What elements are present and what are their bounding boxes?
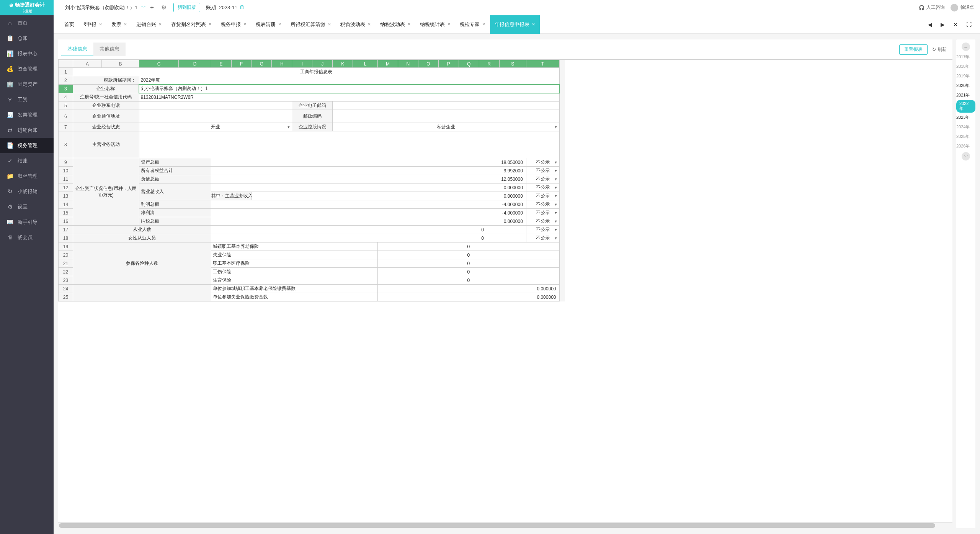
tab-首页[interactable]: 首页 [60, 15, 79, 34]
nav-总账[interactable]: 📋总账 [0, 31, 54, 46]
year-2018年[interactable]: 2018年 [956, 62, 975, 71]
col-header-K[interactable]: K [333, 60, 353, 68]
refresh-button[interactable]: ↻ 刷新 [932, 44, 947, 55]
year-up-button[interactable]: ︿ [962, 43, 970, 51]
tab-纳税波动表[interactable]: 纳税波动表✕ [376, 15, 415, 34]
row-header-22[interactable]: 22 [59, 268, 73, 276]
tab-close-all-button[interactable]: ✕ [951, 20, 960, 29]
nav-税务管理[interactable]: 📑税务管理 [0, 138, 54, 153]
tab-other-info[interactable]: 其他信息 [93, 43, 126, 56]
close-icon[interactable]: ✕ [407, 22, 411, 27]
tab-存货别名对照表[interactable]: 存货别名对照表✕ [167, 15, 216, 34]
year-down-button[interactable]: ﹀ [962, 152, 970, 161]
nav-首页[interactable]: ⌂首页 [0, 15, 54, 31]
reset-report-button[interactable]: 重置报表 [899, 44, 928, 55]
switch-old-button[interactable]: 切到旧版 [173, 3, 200, 12]
row-header-25[interactable]: 25 [59, 293, 73, 301]
year-2020年[interactable]: 2020年 [956, 81, 975, 90]
close-icon[interactable]: ✕ [278, 22, 281, 27]
nav-报表中心[interactable]: 📊报表中心 [0, 46, 54, 61]
vertical-scrollbar[interactable] [560, 60, 565, 301]
row-header-4[interactable]: 4 [59, 93, 73, 102]
tab-纳税统计表[interactable]: 纳税统计表✕ [415, 15, 455, 34]
add-account-button[interactable]: ＋ [146, 3, 158, 11]
close-icon[interactable]: ✕ [243, 22, 247, 27]
tab-税表清册[interactable]: 税表清册✕ [251, 15, 286, 34]
account-selector[interactable]: 刘小艳演示账套（勿删勿动！）1 ﹀ [65, 4, 146, 11]
row-header-11[interactable]: 11 [59, 175, 73, 183]
tab-prev-button[interactable]: ◀ [926, 20, 934, 29]
col-header-B[interactable]: B [102, 60, 139, 68]
col-header-N[interactable]: N [398, 60, 418, 68]
row-header-1[interactable]: 1 [59, 68, 73, 76]
close-icon[interactable]: ✕ [368, 22, 371, 27]
tab-next-button[interactable]: ▶ [938, 20, 947, 29]
nav-进销台账[interactable]: ⇄进销台账 [0, 123, 54, 138]
nav-资金管理[interactable]: 💰资金管理 [0, 61, 54, 77]
row-header-7[interactable]: 7 [59, 123, 73, 131]
col-header-T[interactable]: T [526, 60, 559, 68]
row-header-13[interactable]: 13 [59, 192, 73, 200]
row-header-16[interactable]: 16 [59, 217, 73, 226]
tab-进销台账[interactable]: 进销台账✕ [132, 15, 167, 34]
row-header-9[interactable]: 9 [59, 158, 73, 167]
nav-固定资产[interactable]: 🏢固定资产 [0, 77, 54, 92]
row-header-10[interactable]: 10 [59, 167, 73, 175]
col-header-E[interactable]: E [211, 60, 231, 68]
period-value[interactable]: 2023-11 [219, 5, 237, 10]
col-header-R[interactable]: R [479, 60, 499, 68]
year-2017年[interactable]: 2017年 [956, 52, 975, 62]
year-2022年[interactable]: 2022年 [956, 100, 975, 113]
fullscreen-button[interactable]: ⛶ [964, 20, 974, 29]
row-header-14[interactable]: 14 [59, 200, 73, 209]
close-icon[interactable]: ✕ [99, 22, 102, 27]
row-header-8[interactable]: 8 [59, 131, 73, 158]
close-icon[interactable]: ✕ [328, 22, 331, 27]
row-header-21[interactable]: 21 [59, 259, 73, 268]
row-header-15[interactable]: 15 [59, 209, 73, 217]
nav-新手引导[interactable]: 📖新手引导 [0, 215, 54, 230]
year-2026年[interactable]: 2026年 [956, 141, 975, 151]
nav-结账[interactable]: ✓结账 [0, 153, 54, 169]
year-2025年[interactable]: 2025年 [956, 132, 975, 141]
chevron-down-icon[interactable]: ﹀ [141, 4, 146, 11]
close-icon[interactable]: ✕ [532, 22, 535, 27]
row-header-23[interactable]: 23 [59, 276, 73, 285]
col-header-H[interactable]: H [272, 60, 292, 68]
nav-发票管理[interactable]: 🧾发票管理 [0, 107, 54, 123]
tab-所得税汇算清缴[interactable]: 所得税汇算清缴✕ [286, 15, 336, 34]
row-header-3[interactable]: 3 [59, 85, 73, 93]
close-icon[interactable]: ✕ [208, 22, 212, 27]
close-icon[interactable]: ✕ [482, 22, 485, 27]
tab-年报信息申报表[interactable]: 年报信息申报表✕ [490, 15, 540, 34]
corner-cell[interactable] [59, 60, 73, 68]
col-header-J[interactable]: J [312, 60, 333, 68]
row-header-18[interactable]: 18 [59, 234, 73, 242]
year-2024年[interactable]: 2024年 [956, 122, 975, 132]
calendar-icon[interactable]: 🗓 [240, 5, 245, 10]
row-header-2[interactable]: 2 [59, 76, 73, 85]
row-header-12[interactable]: 12 [59, 183, 73, 192]
col-header-Q[interactable]: Q [459, 60, 479, 68]
close-icon[interactable]: ✕ [447, 22, 451, 27]
nav-畅会员[interactable]: ♛畅会员 [0, 230, 54, 245]
support-link[interactable]: 🎧 人工咨询 [919, 4, 945, 11]
col-header-D[interactable]: D [179, 60, 211, 68]
year-2019年[interactable]: 2019年 [956, 71, 975, 81]
tab-₹申报[interactable]: ₹申报✕ [79, 15, 107, 34]
nav-小畅报销[interactable]: ↻小畅报销 [0, 184, 54, 199]
close-icon[interactable]: ✕ [158, 22, 162, 27]
row-header-20[interactable]: 20 [59, 251, 73, 259]
tab-税务申报[interactable]: 税务申报✕ [216, 15, 251, 34]
row-header-19[interactable]: 19 [59, 242, 73, 251]
year-2023年[interactable]: 2023年 [956, 113, 975, 122]
col-header-S[interactable]: S [499, 60, 526, 68]
horizontal-scrollbar[interactable] [58, 522, 952, 528]
spreadsheet[interactable]: ABCDEFGHIJKLMNOPQRST 1工商年报信息表2税款所属期间：202… [58, 59, 952, 522]
col-header-A[interactable]: A [73, 60, 102, 68]
row-header-6[interactable]: 6 [59, 110, 73, 123]
year-2021年[interactable]: 2021年 [956, 90, 975, 100]
close-icon[interactable]: ✕ [124, 22, 127, 27]
tab-basic-info[interactable]: 基础信息 [61, 43, 93, 56]
col-header-C[interactable]: C [139, 60, 179, 68]
